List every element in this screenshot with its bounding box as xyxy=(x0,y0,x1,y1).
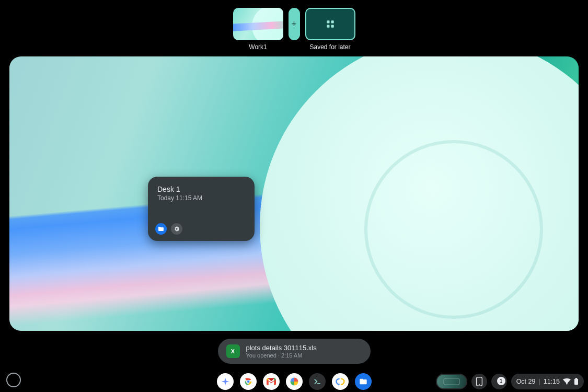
svg-rect-1 xyxy=(331,20,333,23)
add-desk-button[interactable]: + xyxy=(289,8,300,40)
notification-badge: 1 xyxy=(497,377,505,385)
settings-icon[interactable] xyxy=(171,223,182,235)
status-date: Oct 29 xyxy=(516,378,536,385)
recent-file-text: plots details 301115.xls You opened · 2:… xyxy=(246,344,317,359)
recent-file-sub: You opened · 2:15 AM xyxy=(246,352,317,359)
desk-info-title: Desk 1 xyxy=(157,185,245,193)
desk-label-saved: Saved for later xyxy=(309,43,350,51)
shelf: 1 Oct 29 | 11:15 xyxy=(0,370,588,392)
holding-space-button[interactable] xyxy=(436,374,467,389)
svg-rect-0 xyxy=(327,20,329,23)
idx-app-icon[interactable] xyxy=(332,373,349,390)
shelf-apps xyxy=(217,373,372,390)
desk-label-work: Work1 xyxy=(249,43,267,51)
svg-rect-3 xyxy=(331,25,333,28)
desk-saved-group: Saved for later xyxy=(305,8,355,51)
svg-rect-7 xyxy=(444,378,459,385)
desk-thumb-saved[interactable] xyxy=(305,8,355,40)
svg-point-9 xyxy=(479,384,480,385)
desk-work-group: Work1 xyxy=(233,8,283,51)
wallpaper-planet xyxy=(260,56,579,331)
battery-icon xyxy=(574,378,579,385)
recent-file-chip[interactable]: X plots details 301115.xls You opened · … xyxy=(218,339,371,364)
gmail-app-icon[interactable] xyxy=(263,373,280,390)
svg-rect-10 xyxy=(574,379,578,385)
desk-thumb-work[interactable] xyxy=(233,8,283,40)
desk-info-apps xyxy=(155,223,182,235)
launcher-button[interactable] xyxy=(6,373,21,387)
svg-rect-2 xyxy=(327,25,329,28)
phone-icon xyxy=(476,377,483,386)
phone-hub-button[interactable] xyxy=(471,374,487,389)
chrome-app-icon[interactable] xyxy=(240,373,257,390)
desk-info-card: Desk 1 Today 11:15 AM xyxy=(148,177,255,241)
notifications-button[interactable]: 1 xyxy=(491,374,507,389)
dashboard-icon xyxy=(326,19,335,29)
desk-preview[interactable] xyxy=(9,56,579,331)
files-icon[interactable] xyxy=(155,223,167,235)
excel-icon: X xyxy=(226,344,240,358)
files-app-icon[interactable] xyxy=(355,373,372,390)
desk-info-subtitle: Today 11:15 AM xyxy=(157,194,245,202)
svg-rect-11 xyxy=(575,378,578,379)
system-tray: 1 Oct 29 | 11:15 xyxy=(436,374,584,389)
status-area[interactable]: Oct 29 | 11:15 xyxy=(511,374,584,389)
photos-app-icon[interactable] xyxy=(286,373,303,390)
recent-file-name: plots details 301115.xls xyxy=(246,344,317,352)
wifi-icon xyxy=(563,378,571,385)
terminal-app-icon[interactable] xyxy=(309,373,326,390)
status-time: 11:15 xyxy=(544,378,560,385)
desk-switcher: Work1 + Saved for later xyxy=(0,8,588,51)
gemini-app-icon[interactable] xyxy=(217,373,234,390)
